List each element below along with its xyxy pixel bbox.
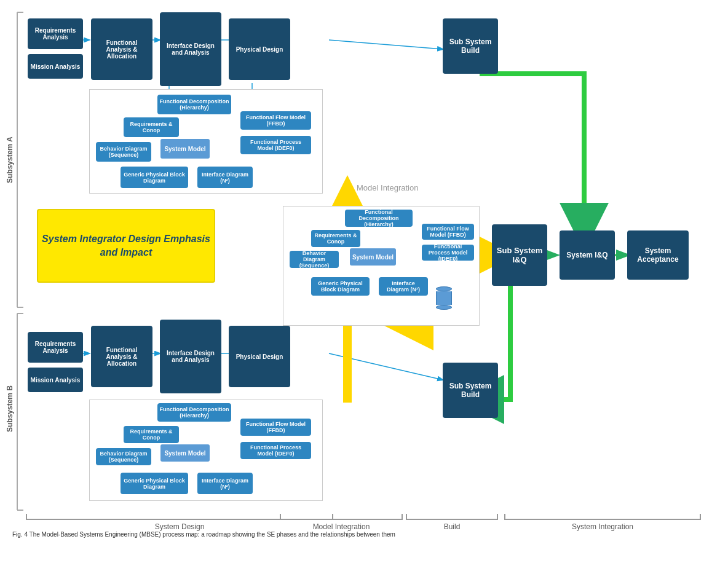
system-iq: System I&Q [560,230,615,280]
behavior-diag-a: Behavior Diagram (Sequence) [96,142,151,162]
model-integration-bracket [280,514,403,520]
build-label: Build [406,522,498,531]
req-conop-center: Requirements & Conop [311,230,360,247]
interface-design-b: Interface Design and Analysis [160,320,221,393]
system-acceptance: System Acceptance [627,230,689,280]
interface-diag-center: Interface Diagram (N²) [379,277,428,296]
system-model-center: System Model [350,248,396,266]
functional-analysis-b: Functional Analysis & Allocation [91,326,152,387]
center-diagram: Functional Decomposition (Hierarchy) Fun… [283,206,480,326]
subsystem-b-label: Subsystem B [3,313,17,504]
func-decomp-b: Functional Decomposition (Hierarchy) [157,403,231,422]
behavior-diag-b: Behavior Diagram (Sequence) [96,448,151,465]
req-conop-a: Requirements & Conop [124,117,179,137]
interface-diag-b: Interface Diagram (N²) [197,473,253,494]
yellow-box-text: System Integrator Design Emphasis and Im… [38,232,214,260]
functional-analysis-a: Functional Analysis & Allocation [91,18,152,80]
generic-physical-b: Generic Physical Block Diagram [121,473,188,494]
diagram-container: Subsystem A Subsystem B Requirements Ana… [0,0,728,541]
mission-analysis-b: Mission Analysis [28,368,83,392]
caption: Fig. 4 The Model-Based Systems Engineeri… [12,531,395,538]
build-bracket [406,514,498,520]
func-process-center: Functional Process Model (IDEF0) [422,245,474,261]
sub-system-iq: Sub System I&Q [492,224,547,286]
interface-design-a: Interface Design and Analysis [160,12,221,86]
func-process-a: Functional Process Model (IDEF0) [240,136,311,154]
interface-diag-a: Interface Diagram (N²) [197,167,253,188]
generic-physical-center: Generic Physical Block Diagram [311,277,370,296]
yellow-integrator-box: System Integrator Design Emphasis and Im… [37,209,215,283]
svg-line-15 [329,353,443,380]
system-model-b: System Model [160,444,210,462]
physical-design-b: Physical Design [229,326,290,387]
system-integration-label: System Integration [504,522,701,531]
behavior-diag-center: Behavior Diagram (Sequence) [290,251,339,268]
func-flow-center: Functional Flow Model (FFBD) [422,224,474,240]
svg-line-9 [329,40,443,49]
generic-physical-a: Generic Physical Block Diagram [121,167,188,188]
system-model-a: System Model [160,139,210,159]
subsystem-a-label: Subsystem A [3,12,17,307]
model-integration-label: Model Integration [357,183,418,192]
system-integration-bracket [504,514,701,520]
func-process-b: Functional Process Model (IDEF0) [240,442,311,459]
cylinder-center [436,286,452,310]
sub-system-build-a: Sub System Build [443,18,498,74]
req-analysis-b: Requirements Analysis [28,332,83,363]
physical-design-a: Physical Design [229,18,290,80]
mission-analysis-a: Mission Analysis [28,54,83,79]
func-flow-a: Functional Flow Model (FFBD) [240,111,311,130]
req-conop-b: Requirements & Conop [124,426,179,443]
sub-system-build-b: Sub System Build [443,363,498,418]
req-analysis-a: Requirements Analysis [28,18,83,49]
inner-diagram-a: Functional Decomposition (Hierarchy) Fun… [89,89,323,194]
func-decomp-a: Functional Decomposition (Hierarchy) [157,95,231,114]
model-integration-bottom-label: Model Integration [280,522,403,531]
func-decomp-center: Functional Decomposition (Hierarchy) [345,210,413,227]
inner-diagram-b: Functional Decomposition (Hierarchy) Fun… [89,400,323,501]
func-flow-b: Functional Flow Model (FFBD) [240,419,311,436]
